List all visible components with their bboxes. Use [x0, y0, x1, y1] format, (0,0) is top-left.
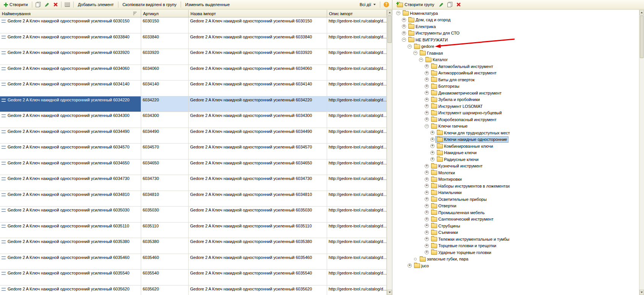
cell-c-desc[interactable]: http://gedore-tool.ru/catalog/d... [327, 96, 387, 112]
tree-item-content[interactable]: Инструмент LOSOMAT [430, 103, 484, 109]
edit-selected-button[interactable]: Изменить выделенные [183, 1, 232, 8]
tree-item[interactable]: +Инструмент LOSOMAT [392, 103, 639, 110]
cell-c-desc[interactable]: http://gedore-tool.ru/catalog/d... [327, 270, 387, 285]
tree-item-content[interactable]: Каталог [424, 57, 449, 63]
cell-c-name[interactable]: Gedore 2 A Ключ накидной односторонний у… [0, 238, 141, 254]
tree-item[interactable]: +Тележки инструментальные и тумбы [392, 236, 639, 243]
tree-item-content[interactable]: Тележки инструментальные и тумбы [430, 236, 510, 242]
tree-item-selection[interactable]: Ключи накидные односторонние [436, 137, 508, 142]
cell-c-desc[interactable]: http://gedore-tool.ru/catalog/d... [327, 112, 387, 128]
column-header-import-name[interactable]: Назва імпорт [189, 10, 327, 17]
tree-item[interactable]: −gedore [392, 43, 639, 50]
cell-c-imp[interactable]: Gedore 2 A Ключ накидной односторонний у… [189, 175, 327, 191]
expand-icon[interactable]: + [425, 104, 429, 108]
table-row[interactable]: Gedore 2 A Ключ накидной односторонний у… [0, 49, 387, 65]
collapse-icon[interactable]: − [402, 38, 406, 42]
tree-item-content[interactable]: Биты для отверток [430, 77, 476, 82]
tree-item[interactable]: +Електрика [392, 23, 639, 30]
copy-item-button[interactable] [34, 1, 42, 8]
table-row[interactable]: Gedore 2 A Ключ накидной односторонний у… [0, 128, 387, 144]
set-interval-button[interactable] [63, 1, 71, 8]
cell-c-name[interactable]: Gedore 2 A Ключ накидной односторонний у… [0, 17, 141, 33]
cell-c-desc[interactable]: http://gedore-tool.ru/catalog/d... [327, 80, 387, 96]
expand-icon[interactable]: + [430, 137, 435, 142]
cell-c-imp[interactable]: Gedore 2 A Ключ накидной односторонний у… [189, 159, 327, 175]
cell-c-name[interactable]: Gedore 2 A Ключ накидной односторонний у… [0, 207, 141, 222]
tree-item[interactable]: −Главная [392, 50, 639, 57]
tree-item[interactable]: +Зубила и пробойники [392, 96, 639, 103]
tree-item[interactable]: +Отвертки [392, 203, 639, 210]
cell-c-imp[interactable]: Gedore 2 A Ключ накидной односторонний у… [189, 270, 327, 285]
cell-c-art[interactable]: 6035540 [141, 270, 189, 285]
tree-item-content[interactable]: Молотки [430, 170, 456, 175]
all-actions-button[interactable]: Всі дії [357, 1, 378, 8]
table-row[interactable]: Gedore 2 A Ключ накидной односторонний у… [0, 222, 387, 238]
collapse-icon[interactable]: − [425, 124, 429, 128]
create-group-button[interactable]: Створити групу [394, 1, 436, 8]
cell-c-art[interactable]: 6035460 [141, 254, 189, 270]
cell-c-art[interactable]: 6034650 [141, 159, 189, 175]
tree-item-content[interactable]: Съемники [430, 230, 459, 235]
expand-icon[interactable]: + [425, 98, 429, 102]
cell-c-imp[interactable]: Gedore 2 A Ключ накидной односторонний у… [189, 238, 327, 254]
cell-c-desc[interactable]: http://gedore-tool.ru/catalog/d... [327, 49, 387, 65]
delete-item-button[interactable] [52, 1, 59, 8]
tree-item-content[interactable]: Промышленная мебель [430, 210, 486, 215]
tree-item[interactable]: −Номенклатура [392, 10, 639, 17]
help-button[interactable] [382, 1, 390, 8]
cell-c-imp[interactable]: Gedore 2 A Ключ накидной односторонний у… [189, 128, 327, 144]
cell-c-imp[interactable]: Gedore 2 A Ключ накидной односторонний у… [189, 17, 327, 33]
expand-icon[interactable]: + [430, 151, 435, 155]
tree-item-content[interactable]: запасные губки, пара [419, 256, 469, 262]
tree-item[interactable]: +Наборы инструментов в ложементах [392, 183, 639, 189]
expand-icon[interactable]: + [402, 31, 406, 35]
tree-item[interactable]: +Струбцины [392, 222, 639, 229]
expand-icon[interactable]: + [425, 204, 429, 208]
tree-item-content[interactable]: Напильники [430, 190, 463, 196]
cell-c-name[interactable]: Gedore 2 A Ключ накидной односторонний у… [0, 80, 141, 96]
tree-item-content[interactable]: Наборы инструментов в ложементах [430, 183, 511, 189]
expand-icon[interactable]: + [425, 71, 429, 75]
tree-item-content[interactable]: Комбинированные ключи [436, 143, 494, 149]
expand-icon[interactable]: + [425, 224, 429, 228]
cell-c-desc[interactable]: http://gedore-tool.ru/catalog/d... [327, 286, 387, 295]
cell-c-imp[interactable]: Gedore 2 A Ключ накидной односторонний у… [189, 286, 327, 295]
tree-item[interactable]: +Накидные ключи [392, 150, 639, 156]
table-row[interactable]: Gedore 2 A Ключ накидной односторонний у… [0, 270, 387, 286]
tree-item-content[interactable]: Дом, сад и огород [407, 17, 452, 23]
add-element-button[interactable]: Добавить элемент [76, 1, 116, 8]
cell-c-art[interactable]: 6034730 [141, 175, 189, 191]
tree-item-content[interactable]: Антикоррозийный инструмент [430, 70, 498, 76]
cell-c-name[interactable]: Gedore 2 A Ключ накидной односторонний у… [0, 128, 141, 144]
tree-item-content[interactable]: Осветительные приборы [430, 196, 488, 202]
tree-item-content[interactable]: Ключи гаечные [430, 123, 469, 129]
tree-item[interactable]: +Молотки [392, 169, 639, 176]
tree-item[interactable]: +Комбинированные ключи [392, 143, 639, 150]
cell-c-name[interactable]: Gedore 2 A Ключ накидной односторонний у… [0, 270, 141, 285]
tree-item-content[interactable]: Сантехнический инструмент [430, 216, 494, 222]
table-row[interactable]: Gedore 2 A Ключ накидной односторонний у… [0, 238, 387, 254]
tree-item-content[interactable]: Главная [419, 50, 444, 56]
tree-item-content[interactable]: Инструмент шарнирно-губцевый [430, 110, 503, 116]
cell-c-art[interactable]: 6034490 [141, 128, 189, 144]
cell-c-name[interactable]: Gedore 2 A Ключ накидной односторонний у… [0, 112, 141, 128]
tree-item[interactable]: −НЕ ВИГРУЖАТИ [392, 36, 639, 43]
cell-c-desc[interactable]: http://gedore-tool.ru/catalog/d... [327, 254, 387, 270]
expand-icon[interactable]: + [425, 244, 429, 248]
tree-item[interactable]: −Каталог [392, 57, 639, 63]
tree-item-content[interactable]: Кузнечный инструмент [430, 163, 484, 169]
cell-c-desc[interactable]: http://gedore-tool.ru/catalog/d... [327, 175, 387, 191]
tree-item[interactable]: +Искробезопасный инструмент [392, 116, 639, 123]
tree-item[interactable]: +Динамометрический инструмент [392, 90, 639, 96]
expand-icon[interactable]: + [425, 177, 429, 181]
cell-c-art[interactable]: 6035620 [141, 286, 189, 295]
delete-group-button[interactable] [455, 1, 462, 8]
cell-c-imp[interactable]: Gedore 2 A Ключ накидной односторонний у… [189, 222, 327, 238]
collapse-icon[interactable]: − [413, 51, 417, 55]
cell-c-desc[interactable]: http://gedore-tool.ru/catalog/d... [327, 207, 387, 222]
column-header-import-desc[interactable]: Опис імпорт [327, 10, 387, 17]
expand-icon[interactable]: + [425, 197, 429, 201]
tree-item[interactable]: +Автомобильный инструмент [392, 63, 639, 70]
cell-c-name[interactable]: Gedore 2 A Ключ накидной односторонний у… [0, 222, 141, 238]
cell-c-imp[interactable]: Gedore 2 A Ключ накидной односторонний у… [189, 207, 327, 222]
